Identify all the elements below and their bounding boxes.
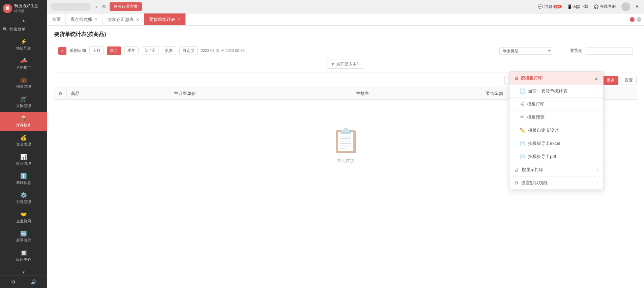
- tab-inventory-batch-close[interactable]: ✕: [94, 17, 98, 22]
- online-service-btn[interactable]: 🎧 在线客服: [594, 4, 616, 9]
- messages-btn[interactable]: 💬 消息 99+: [538, 4, 562, 9]
- date-btn-custom[interactable]: 自定义: [179, 46, 198, 55]
- set-default-inner: ⚙ 设置默认功能: [514, 180, 548, 186]
- dropdown-current-item[interactable]: 📄 当前：要货单统计表 ›: [509, 85, 603, 98]
- window-close-btn[interactable]: [630, 17, 635, 22]
- type-select[interactable]: 单据类型: [499, 47, 553, 55]
- settings-bottom-btn[interactable]: ⚙: [11, 279, 16, 285]
- window-max-btn[interactable]: [637, 17, 641, 22]
- display-print-label: 按显示打印: [522, 167, 544, 173]
- sidebar-item-label: 销售管理: [16, 84, 31, 89]
- template-design-inner: ✏️ 模板自定义设计: [520, 127, 559, 133]
- sidebar-item-label: 企业协同: [16, 219, 31, 224]
- sidebar-search[interactable]: 🔍 搜索菜单: [0, 24, 47, 35]
- topbar-right: 💬 消息 99+ 📱 App下载 🎧 在线客服 Rit: [538, 2, 641, 11]
- download-icon: 📱: [567, 4, 572, 9]
- avatar[interactable]: [621, 2, 630, 11]
- date-btn-this-month[interactable]: 本月: [107, 46, 121, 55]
- expand-icon: ▼: [331, 62, 335, 67]
- app-download-label: App下载: [573, 4, 588, 9]
- tab-order-stats[interactable]: 要货单统计表 ✕: [144, 13, 186, 25]
- username: Rit: [636, 4, 641, 9]
- topbar-search-bar[interactable]: [51, 3, 91, 11]
- date-btn-last-month[interactable]: 上月: [89, 46, 104, 55]
- display-print-icon: 🖨: [514, 167, 519, 172]
- settings-btn[interactable]: 设置: [621, 76, 637, 85]
- sidebar-item-corp[interactable]: 🤝 企业协同: [0, 208, 47, 227]
- dropdown-display-print[interactable]: 🖨 按显示打印 ›: [509, 163, 603, 177]
- dropdown-print-icon: 🖨: [514, 76, 519, 81]
- table-header-unit: 主计量单位: [170, 88, 352, 100]
- sound-bottom-btn[interactable]: 🔊: [31, 279, 36, 285]
- dropdown-template-pdf[interactable]: 📄 按模板导出pdf: [509, 150, 603, 163]
- sidebar-item-inventory[interactable]: 📦 库存核算: [0, 112, 47, 131]
- tab-home[interactable]: 首页: [47, 13, 66, 25]
- template-print-inner: 🖨 模板打印: [520, 101, 545, 107]
- sidebar-item-apps[interactable]: 🔲 应用中心: [0, 246, 47, 265]
- template-pdf-inner: 📄 按模板导出pdf: [520, 154, 556, 160]
- tab-receivables-close[interactable]: ✕: [136, 17, 139, 22]
- tab-inventory-batch[interactable]: 库存批次账 ✕: [66, 13, 103, 25]
- date-label: 单据日期: [70, 48, 86, 54]
- industry-btn[interactable]: 体验行业方案: [110, 2, 142, 11]
- sidebar-item-wechat[interactable]: 💬 企业微信: [0, 265, 47, 269]
- sales-icon: 💼: [20, 77, 27, 83]
- template-excel-icon: 📄: [520, 141, 525, 146]
- scroll-up-btn[interactable]: ▲: [0, 17, 47, 24]
- dropdown-header: 🖨 按模板打印 ▲: [509, 72, 603, 85]
- table-header-qty: 主数量: [352, 88, 481, 100]
- template-pdf-icon: 📄: [520, 154, 525, 159]
- operations-icon: 📊: [20, 154, 27, 160]
- tab-receivables[interactable]: 收发存汇总表 ✕: [103, 13, 144, 25]
- sidebar-item-purchase[interactable]: 🛒 采购管理: [0, 93, 47, 112]
- app-download-btn[interactable]: 📱 App下载: [567, 4, 588, 9]
- sidebar-nav: ⚡ 快捷导航 📣 营销推广 💼 销售管理 🛒 采购管理 📦 库存核算 💰 资金管…: [0, 35, 47, 269]
- tab-order-stats-close[interactable]: ✕: [177, 17, 181, 22]
- sidebar-item-label: 资金管理: [16, 142, 31, 147]
- dropdown-template-preview[interactable]: 👁 模板预览: [509, 111, 603, 124]
- dropdown-template-design[interactable]: ✏️ 模板自定义设计: [509, 124, 603, 137]
- query-btn[interactable]: 查询: [603, 76, 618, 85]
- expand-more-btn[interactable]: ▼ 展开更多条件: [327, 60, 364, 69]
- goods-input[interactable]: [586, 47, 633, 55]
- topbar: ▼ ⚙ 体验行业方案 💬 消息 99+ 📱 App下载 🎧 在线客服 Rit: [47, 0, 644, 13]
- set-default-icon: ⚙: [514, 180, 519, 186]
- set-default-label: 设置默认功能: [521, 180, 548, 186]
- sidebar-item-finance[interactable]: 💰 资金管理: [0, 131, 47, 150]
- date-btn-7days[interactable]: 近7天: [142, 46, 158, 55]
- sidebar-item-marketing[interactable]: 📣 营销推广: [0, 54, 47, 73]
- logo-text-block: 畅捷通好生意 标准版: [14, 3, 38, 13]
- template-print-label: 模板打印: [527, 101, 545, 107]
- sidebar-item-basic[interactable]: ℹ️ 基础信息: [0, 169, 47, 189]
- dropdown-header-label: 按模板打印: [521, 75, 543, 81]
- empty-text: 暂无数据: [337, 158, 354, 164]
- goods-label: 要货仓: [570, 48, 582, 54]
- dropdown-set-default[interactable]: ⚙ 设置默认功能 ›: [509, 177, 603, 190]
- table-header-goods: 商品: [67, 88, 170, 100]
- sidebar-item-guide[interactable]: 🆕 新手引导: [0, 227, 47, 246]
- sidebar-item-system[interactable]: ⚙️ 系统管理: [0, 189, 47, 208]
- dropdown-close-btn[interactable]: ▲: [594, 75, 598, 81]
- date-btn-this-year[interactable]: 本年: [124, 46, 139, 55]
- apps-icon: 🔲: [20, 250, 27, 256]
- filter-toggle-btn[interactable]: »: [58, 47, 66, 55]
- guide-icon: 🆕: [20, 230, 27, 237]
- template-excel-inner: 📄 按模板导出excel: [520, 140, 560, 147]
- date-btn-more[interactable]: 更多: [162, 46, 176, 55]
- logo-area: 畅 畅捷通好生意 标准版: [0, 0, 47, 17]
- dropdown-template-print[interactable]: 🖨 模板打印: [509, 98, 603, 111]
- dropdown-template-excel[interactable]: 📄 按模板导出excel: [509, 137, 603, 150]
- template-excel-label: 按模板导出excel: [528, 140, 560, 147]
- topbar-dropdown-arrow[interactable]: ▼: [94, 4, 98, 9]
- tab-inventory-batch-label: 库存批次账: [70, 17, 92, 23]
- scroll-down-btn[interactable]: ▼: [0, 269, 47, 276]
- purchase-icon: 🛒: [20, 96, 27, 102]
- sidebar-item-operations[interactable]: 📊 经营管理: [0, 150, 47, 169]
- topbar-gear-btn[interactable]: ⚙: [102, 4, 106, 9]
- template-preview-inner: 👁 模板预览: [520, 114, 545, 120]
- display-print-chevron: ›: [597, 168, 598, 172]
- current-doc-icon: 📄: [520, 88, 525, 94]
- main-area: ▼ ⚙ 体验行业方案 💬 消息 99+ 📱 App下载 🎧 在线客服 Rit 首…: [47, 0, 644, 288]
- sidebar-item-sales[interactable]: 💼 销售管理: [0, 73, 47, 93]
- sidebar-item-quick-nav[interactable]: ⚡ 快捷导航: [0, 35, 47, 54]
